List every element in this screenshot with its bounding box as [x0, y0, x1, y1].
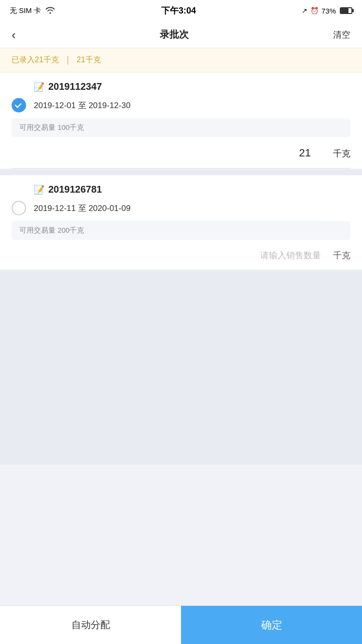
batch-1-radio[interactable] — [12, 98, 26, 112]
batch-2-icon: 📝 — [34, 184, 44, 195]
status-left: 无 SIM 卡 — [10, 6, 56, 15]
status-right: ↗ ⏰ 73% — [302, 7, 352, 15]
batch-1-number: 2019112347 — [48, 81, 102, 92]
battery-text: 73% — [321, 7, 336, 15]
batch-2-radio[interactable] — [12, 201, 26, 215]
status-bar: 无 SIM 卡 下午3:04 ↗ ⏰ 73% — [0, 0, 362, 21]
status-time: 下午3:04 — [161, 5, 196, 16]
batch-2-avail: 可用交易量 200千克 — [12, 221, 350, 240]
total-label: 21千克 — [77, 55, 101, 65]
alarm-icon: ⏰ — [310, 7, 319, 14]
batch-2-number: 2019126781 — [48, 184, 102, 195]
back-button[interactable]: ‹ — [12, 28, 16, 41]
batch-1-avail-text: 可用交易量 100千克 — [19, 123, 84, 131]
batch-1-icon: 📝 — [34, 82, 44, 92]
wifi-icon — [45, 6, 56, 15]
batch-1-avail: 可用交易量 100千克 — [12, 118, 350, 137]
batch-2-date: 2019-12-11 至 2020-01-09 — [34, 203, 130, 214]
batch-1-unit: 千克 — [333, 148, 350, 159]
clear-button[interactable]: 清空 — [333, 29, 350, 41]
batch-1-header: 📝 2019112347 — [0, 72, 362, 95]
batch-1-divider — [12, 168, 350, 168]
batch-2-header: 📝 2019126781 — [0, 175, 362, 198]
summary-banner: 已录入21千克 21千克 — [0, 48, 362, 72]
batch-card-2: 📝 2019126781 2019-12-11 至 2020-01-09 可用交… — [0, 175, 362, 270]
page-title: 录批次 — [160, 28, 189, 41]
batch-2-avail-text: 可用交易量 200千克 — [19, 226, 84, 234]
batch-card-1: 📝 2019112347 2019-12-01 至 2019-12-30 可用交… — [0, 72, 362, 168]
no-sim-text: 无 SIM 卡 — [10, 6, 41, 15]
batch-2-row[interactable]: 2019-12-11 至 2020-01-09 — [0, 198, 362, 218]
batch-1-date: 2019-12-01 至 2019-12-30 — [34, 100, 130, 111]
batch-1-quantity-row: 21 千克 — [0, 142, 362, 168]
section-gap — [0, 169, 362, 175]
nav-bar: ‹ 录批次 清空 — [0, 21, 362, 48]
auto-distribute-button[interactable]: 自动分配 — [0, 606, 181, 644]
batch-2-unit: 千克 — [333, 250, 350, 261]
bottom-bar: 自动分配 确定 — [0, 605, 362, 644]
confirm-button[interactable]: 确定 — [181, 606, 362, 644]
batch-1-row[interactable]: 2019-12-01 至 2019-12-30 — [0, 95, 362, 115]
summary-divider — [68, 56, 68, 65]
recorded-label: 已录入21千克 — [12, 55, 59, 65]
batch-1-quantity: 21 — [299, 147, 311, 159]
location-icon: ↗ — [302, 7, 307, 14]
battery-icon — [340, 7, 352, 14]
batch-2-input-row[interactable]: 千克 — [0, 245, 362, 270]
batch-2-quantity-input[interactable] — [222, 251, 328, 261]
empty-area — [0, 271, 362, 464]
